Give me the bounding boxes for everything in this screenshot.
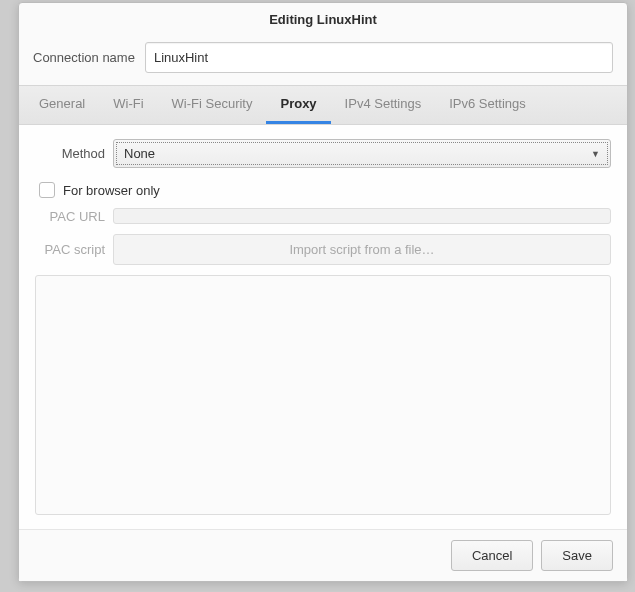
method-row: Method None ▼ — [35, 139, 611, 168]
tab-proxy[interactable]: Proxy — [266, 86, 330, 124]
tab-ipv6-settings[interactable]: IPv6 Settings — [435, 86, 540, 124]
pac-script-label: PAC script — [35, 242, 105, 257]
browser-only-label: For browser only — [63, 183, 160, 198]
connection-name-row: Connection name — [19, 36, 627, 85]
cancel-button[interactable]: Cancel — [451, 540, 533, 571]
pac-url-row: PAC URL — [35, 208, 611, 224]
save-button[interactable]: Save — [541, 540, 613, 571]
method-label: Method — [35, 146, 105, 161]
pac-script-row: PAC script Import script from a file… — [35, 234, 611, 265]
pac-url-label: PAC URL — [35, 209, 105, 224]
connection-name-input[interactable] — [145, 42, 613, 73]
tab-ipv4-settings[interactable]: IPv4 Settings — [331, 86, 436, 124]
chevron-down-icon: ▼ — [591, 149, 600, 159]
method-combo[interactable]: None ▼ — [113, 139, 611, 168]
tab-bar: General Wi-Fi Wi-Fi Security Proxy IPv4 … — [19, 85, 627, 125]
import-script-button: Import script from a file… — [113, 234, 611, 265]
proxy-panel: Method None ▼ For browser only PAC URL P… — [19, 125, 627, 529]
browser-only-checkbox[interactable] — [39, 182, 55, 198]
tab-general[interactable]: General — [25, 86, 99, 124]
dialog-footer: Cancel Save — [19, 529, 627, 581]
browser-only-row: For browser only — [35, 182, 611, 198]
dialog-window: Editing LinuxHint Connection name Genera… — [18, 2, 628, 582]
pac-url-input — [113, 208, 611, 224]
tab-wifi[interactable]: Wi-Fi — [99, 86, 157, 124]
window-title: Editing LinuxHint — [19, 3, 627, 36]
method-value: None — [124, 146, 155, 161]
connection-name-label: Connection name — [33, 50, 135, 65]
pac-script-textarea — [35, 275, 611, 515]
tab-wifi-security[interactable]: Wi-Fi Security — [158, 86, 267, 124]
